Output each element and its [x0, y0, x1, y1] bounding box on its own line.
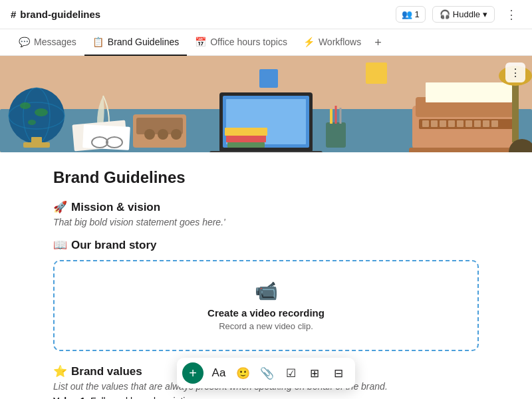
add-content-button[interactable]: +: [182, 362, 203, 384]
page-title: Brand Guidelines: [53, 168, 479, 187]
title-bar-actions: 👥 1 🎧 Huddle ▾ ⋮: [396, 5, 521, 25]
svg-rect-35: [366, 63, 387, 84]
svg-rect-43: [457, 120, 464, 127]
svg-rect-46: [483, 120, 489, 127]
huddle-button[interactable]: 🎧 Huddle ▾: [432, 6, 495, 23]
star-icon: ⭐: [53, 364, 67, 378]
svg-rect-39: [422, 120, 429, 127]
svg-rect-28: [227, 142, 265, 148]
members-button[interactable]: 👥 1: [396, 6, 426, 23]
value-1-desc: Followed by a description.: [90, 396, 198, 399]
hero-more-button[interactable]: ⋮: [505, 63, 525, 82]
checklist-button[interactable]: ☑: [279, 362, 302, 384]
svg-point-7: [35, 108, 48, 116]
brand-guidelines-tab-label: Brand Guidelines: [108, 37, 179, 47]
title-bar: # brand-guidelines 👥 1 🎧 Huddle ▾ ⋮: [0, 0, 532, 29]
emoji-button[interactable]: 🙂: [231, 362, 254, 384]
huddle-label: Huddle: [453, 9, 480, 19]
text-format-icon: Aa: [212, 366, 226, 380]
svg-rect-40: [431, 120, 438, 127]
mission-heading: 🚀 Mission & vision: [53, 200, 479, 214]
svg-rect-49: [409, 148, 522, 152]
svg-point-13: [144, 129, 155, 140]
svg-rect-27: [225, 128, 267, 136]
svg-rect-47: [491, 120, 498, 127]
layout-button[interactable]: ⊟: [327, 362, 350, 384]
video-box-subtitle: Record a new video clip.: [68, 321, 464, 331]
members-count: 1: [415, 9, 420, 19]
value-1-line: Value 1. Followed by a description.: [53, 396, 479, 399]
svg-point-8: [28, 120, 36, 125]
hash-icon: #: [11, 9, 16, 20]
channel-title: # brand-guidelines: [11, 9, 100, 20]
video-box-title: Create a video recording: [68, 307, 464, 319]
svg-rect-48: [426, 82, 512, 102]
svg-point-15: [171, 129, 182, 140]
svg-rect-42: [448, 120, 455, 127]
checkbox-icon: ☑: [286, 366, 296, 380]
brand-guidelines-tab-icon: 📋: [92, 37, 104, 47]
svg-rect-44: [466, 120, 472, 127]
svg-rect-22: [326, 122, 346, 148]
font-style-button[interactable]: Aa: [207, 362, 230, 384]
tab-brand-guidelines[interactable]: 📋 Brand Guidelines: [84, 29, 187, 56]
office-hours-tab-icon: 📅: [195, 37, 206, 47]
book-icon: 📖: [53, 238, 67, 252]
paperclip-icon: 📎: [260, 366, 274, 380]
video-recording-box[interactable]: 📹 Create a video recording Record a new …: [53, 260, 479, 351]
office-hours-tab-label: Office hours topics: [210, 37, 287, 47]
svg-rect-41: [440, 120, 446, 127]
tab-office-hours[interactable]: 📅 Office hours topics: [187, 29, 295, 56]
mission-text: That big bold vision statement goes here…: [53, 217, 479, 227]
mission-icon: 🚀: [53, 200, 67, 214]
attach-button[interactable]: 📎: [255, 362, 278, 384]
workflows-tab-label: Workflows: [319, 37, 361, 47]
table-icon: ⊞: [310, 366, 319, 380]
workflows-tab-icon: ⚡: [303, 37, 315, 47]
svg-point-14: [158, 129, 168, 140]
layout-icon: ⊟: [334, 366, 343, 380]
messages-tab-icon: 💬: [19, 37, 30, 47]
tab-messages[interactable]: 💬 Messages: [11, 29, 84, 56]
more-options-button[interactable]: ⋮: [501, 5, 521, 25]
add-tab-button[interactable]: +: [369, 29, 387, 56]
hero-illustration: [0, 56, 532, 152]
value-1-label: Value 1.: [53, 396, 88, 399]
chevron-down-icon: ▾: [483, 9, 487, 19]
svg-point-3: [9, 88, 65, 144]
hero-banner: ⋮: [0, 56, 532, 152]
floating-toolbar: + Aa 🙂 📎 ☑ ⊞ ⊟: [177, 358, 355, 388]
channel-name: brand-guidelines: [20, 9, 100, 20]
svg-point-6: [20, 102, 31, 109]
svg-rect-30: [82, 124, 130, 150]
tab-workflows[interactable]: ⚡ Workflows: [295, 29, 369, 56]
svg-rect-45: [474, 120, 481, 127]
svg-rect-34: [259, 69, 278, 88]
svg-rect-10: [31, 137, 42, 145]
brand-story-heading: 📖 Our brand story: [53, 238, 479, 252]
headphone-icon: 🎧: [440, 9, 450, 19]
emoji-icon: 🙂: [236, 366, 250, 380]
tab-bar: 💬 Messages 📋 Brand Guidelines 📅 Office h…: [0, 29, 532, 56]
people-icon: 👥: [402, 9, 412, 19]
messages-tab-label: Messages: [34, 37, 76, 47]
plus-icon: +: [189, 366, 197, 381]
table-button[interactable]: ⊞: [303, 362, 326, 384]
video-camera-icon: 📹: [68, 280, 464, 302]
